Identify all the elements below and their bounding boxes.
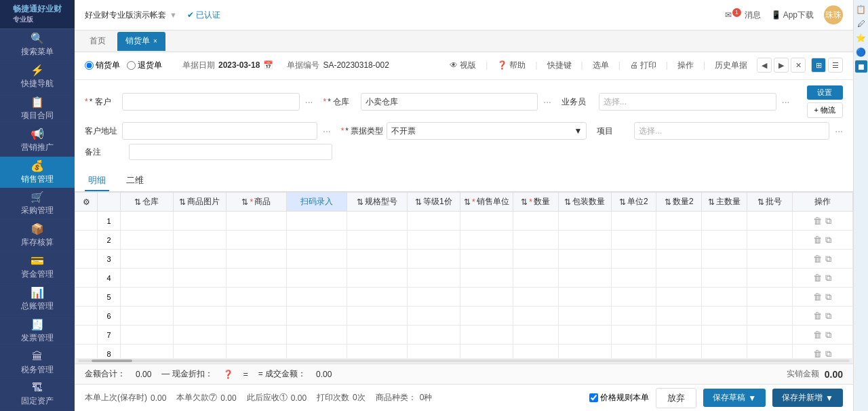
calendar-icon[interactable]: 📅	[263, 60, 273, 70]
project-dots[interactable]: ···	[835, 125, 843, 136]
sidebar-item-search[interactable]: 🔍 搜索菜单	[0, 29, 75, 61]
history-btn[interactable]: 历史单据	[711, 58, 751, 73]
delete-icon[interactable]: 🗑	[813, 292, 822, 302]
sidebar-item-fixed[interactable]: 🏗 固定资产	[0, 379, 75, 411]
address-input[interactable]	[122, 122, 317, 140]
sidebar-item-marketing[interactable]: 📢 营销推广	[0, 125, 75, 157]
scroll-track[interactable]	[78, 359, 850, 362]
row-unit[interactable]	[460, 212, 513, 231]
price-check-group[interactable]: 价格规则本单	[589, 392, 649, 404]
th-pack[interactable]: ⇅包装数量	[558, 193, 611, 212]
row-product[interactable]	[226, 212, 286, 231]
th-unit2[interactable]: ⇅单位2	[611, 193, 656, 212]
logistics-btn[interactable]: + 物流	[807, 102, 843, 118]
copy-icon[interactable]: ⧉	[825, 216, 831, 227]
radio-return[interactable]: 退货单	[127, 60, 162, 71]
sidebar-item-purchase[interactable]: 🛒 采购管理	[0, 188, 75, 220]
sidebar-item-invoice[interactable]: 🧾 发票管理	[0, 315, 75, 347]
message-button[interactable]: ✉ 1 消息	[725, 9, 761, 21]
copy-icon[interactable]: ⧉	[825, 330, 831, 340]
copy-icon[interactable]: ⧉	[825, 273, 831, 283]
operate-btn[interactable]: 操作	[673, 58, 698, 73]
delete-icon[interactable]: 🗑	[813, 311, 822, 321]
sidebar-item-project[interactable]: 📋 项目合同	[0, 93, 75, 125]
salesperson-input[interactable]: 选择...	[599, 93, 776, 111]
sidebar-item-capital[interactable]: 💳 资金管理	[0, 252, 75, 283]
help-btn[interactable]: ❓ 帮助	[493, 58, 530, 73]
row-batch[interactable]	[747, 212, 792, 231]
th-unit[interactable]: ⇅*销售单位	[460, 193, 513, 212]
row-qty2[interactable]	[656, 212, 702, 231]
tab-sales-order[interactable]: 销货单 ×	[117, 32, 165, 51]
th-qty2[interactable]: ⇅数量2	[656, 193, 702, 212]
row-spec[interactable]	[347, 212, 407, 231]
sidebar-item-tax[interactable]: 🏛 税务管理	[0, 347, 75, 379]
delete-icon[interactable]: 🗑	[813, 235, 822, 246]
list-view-btn[interactable]: ☰	[828, 58, 843, 73]
print-btn[interactable]: 🖨 打印	[626, 58, 660, 73]
next-btn[interactable]: ▶	[774, 58, 789, 73]
th-image[interactable]: ⇅商品图片	[173, 193, 226, 212]
th-product[interactable]: ⇅*商品	[226, 193, 286, 212]
row-scan[interactable]	[286, 212, 347, 231]
copy-icon[interactable]: ⧉	[825, 254, 831, 265]
th-batch[interactable]: ⇅批号	[747, 193, 792, 212]
row-image[interactable]	[173, 212, 226, 231]
radio-return-input[interactable]	[127, 61, 136, 70]
tab-home[interactable]: 首页	[81, 32, 114, 51]
delete-icon[interactable]: 🗑	[813, 273, 822, 283]
th-qty[interactable]: ⇅*数量	[513, 193, 558, 212]
row-main[interactable]	[702, 212, 747, 231]
customer-dots[interactable]: ···	[305, 96, 313, 107]
delete-icon[interactable]: 🗑	[813, 330, 822, 340]
row-qty[interactable]	[513, 212, 558, 231]
select-btn[interactable]: 选单	[589, 58, 613, 73]
th-spec[interactable]: ⇅规格型号	[347, 193, 407, 212]
tab-close-icon[interactable]: ×	[153, 37, 157, 45]
copy-icon[interactable]: ⧉	[825, 349, 831, 359]
row-pack[interactable]	[558, 212, 611, 231]
view-btn[interactable]: 👁 视版	[446, 58, 480, 73]
rp-icon-4[interactable]: 🔵	[855, 46, 867, 58]
save-new-btn[interactable]: 保存并新增 ▼	[772, 389, 843, 407]
prev-btn[interactable]: ◀	[757, 58, 772, 73]
radio-sale-input[interactable]	[85, 61, 94, 70]
warehouse-dots[interactable]: ···	[543, 96, 551, 107]
radio-sale[interactable]: 销货单	[85, 60, 120, 71]
warehouse-input[interactable]: 小卖仓库	[361, 93, 538, 111]
sidebar-item-inventory[interactable]: 📦 库存核算	[0, 220, 75, 252]
rp-icon-3[interactable]: ⭐	[855, 32, 867, 44]
copy-icon[interactable]: ⧉	[825, 292, 831, 302]
app-download-button[interactable]: 📱 App下载	[771, 9, 814, 21]
copy-icon[interactable]: ⧉	[825, 235, 831, 246]
help-icon-discount[interactable]: ❓	[223, 370, 233, 379]
tab-2d[interactable]: 二维	[123, 171, 147, 191]
shortcut-btn[interactable]: 快捷键	[543, 58, 576, 73]
save-draft-btn[interactable]: 保存草稿 ▼	[703, 389, 766, 407]
sidebar-item-account[interactable]: 📊 总账管理	[0, 283, 75, 315]
th-price[interactable]: ⇅等级1价	[407, 193, 460, 212]
delete-icon[interactable]: 🗑	[813, 349, 822, 359]
abandon-btn[interactable]: 放弃	[656, 388, 696, 408]
scroll-thumb[interactable]	[92, 359, 132, 362]
close-btn[interactable]: ✕	[791, 58, 806, 73]
rp-icon-1[interactable]: 📋	[855, 3, 867, 16]
row-warehouse[interactable]	[120, 212, 173, 231]
th-main[interactable]: ⇅主数量	[702, 193, 747, 212]
invoice-select[interactable]: 不开票 ▼	[387, 122, 587, 140]
th-settings[interactable]: ⚙	[75, 193, 98, 212]
sidebar-item-quick[interactable]: ⚡ 快捷导航	[0, 61, 75, 93]
row-unit2[interactable]	[611, 212, 656, 231]
user-avatar[interactable]: 珠珠	[824, 5, 843, 24]
delete-icon[interactable]: 🗑	[813, 254, 822, 265]
grid-view-btn[interactable]: ⊞	[811, 58, 826, 73]
horizontal-scrollbar[interactable]	[75, 358, 853, 364]
rp-icon-5[interactable]: ◼	[855, 60, 867, 73]
settings-btn[interactable]: 设置	[807, 85, 843, 100]
address-dots[interactable]: ···	[323, 125, 331, 136]
note-input[interactable]	[129, 144, 332, 160]
salesperson-dots[interactable]: ···	[782, 96, 790, 107]
project-input[interactable]: 选择...	[634, 122, 829, 140]
row-price[interactable]	[407, 212, 460, 231]
customer-input[interactable]	[122, 93, 300, 111]
